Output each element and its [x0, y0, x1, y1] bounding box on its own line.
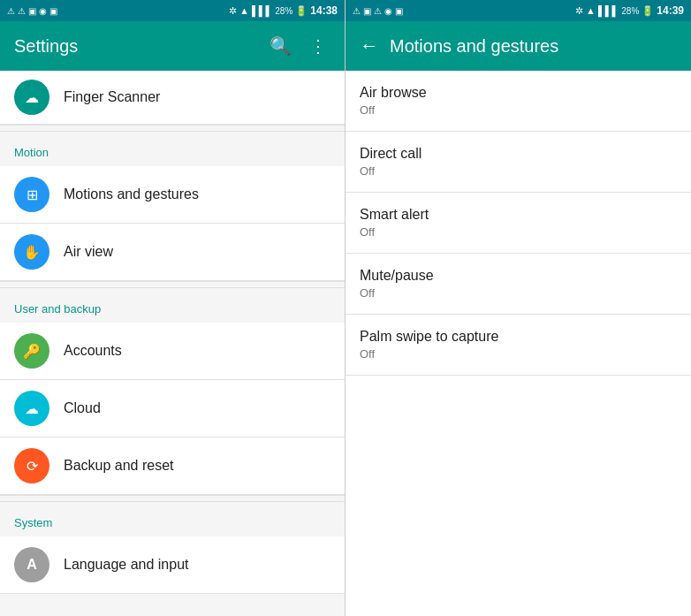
- smart-alert-item[interactable]: Smart alert Off: [346, 193, 691, 254]
- wifi-icon-r: ▲: [586, 5, 596, 16]
- accounts-glyph: 🔑: [23, 343, 41, 360]
- language-text: Language and input: [64, 557, 330, 573]
- motions-text: Motions and gestures: [64, 186, 330, 202]
- motions-label: Motions and gestures: [64, 186, 330, 202]
- language-glyph: A: [27, 557, 37, 573]
- nfc-icon-r: ◉: [384, 6, 392, 16]
- finger-scanner-icon: ☁: [14, 80, 49, 115]
- language-label: Language and input: [64, 557, 330, 573]
- air-browse-title: Air browse: [360, 85, 677, 101]
- warning-icon-2: ⚠: [18, 6, 26, 16]
- finger-scanner-text: Finger Scanner: [64, 89, 330, 105]
- battery-icon: 🔋: [295, 5, 308, 17]
- status-bar-left: ⚠ ⚠ ▣ ◉ ▣ ✲ ▲ ▌▌▌ 28% 🔋 14:38: [0, 0, 345, 21]
- motions-glyph: ⊞: [27, 186, 38, 203]
- radio-icon: ◉: [39, 6, 47, 16]
- cloud-glyph: ☁: [25, 400, 39, 417]
- system-section-header: System: [0, 502, 345, 536]
- status-right-icons-right: ✲ ▲ ▌▌▌ 28% 🔋 14:39: [575, 4, 684, 17]
- air-view-label: Air view: [64, 244, 330, 260]
- right-toolbar: ← Motions and gestures: [346, 21, 691, 71]
- battery-level-r: 28%: [621, 6, 639, 16]
- backup-icon: ⟳: [14, 448, 49, 483]
- air-view-icon: ✋: [14, 234, 49, 270]
- warning-icon-r1: ⚠: [353, 6, 361, 16]
- search-button[interactable]: 🔍: [266, 32, 295, 60]
- monitor-icon: ▣: [28, 6, 36, 16]
- signal-icon-r: ▌▌▌: [598, 5, 619, 16]
- wifi-icon: ▲: [239, 5, 249, 16]
- section-divider-system: [0, 495, 345, 502]
- radio-icon-r: ⚠: [374, 6, 382, 16]
- finger-scanner-item[interactable]: ☁ Finger Scanner: [0, 71, 345, 125]
- cloud-label: Cloud: [64, 400, 330, 416]
- mute-pause-status: Off: [360, 286, 677, 300]
- status-icons-right: ⚠ ▣ ⚠ ◉ ▣: [353, 6, 403, 16]
- direct-call-item[interactable]: Direct call Off: [346, 132, 691, 193]
- warning-icon-1: ⚠: [7, 6, 15, 16]
- monitor-icon-r: ▣: [363, 6, 371, 16]
- language-icon: A: [14, 547, 49, 582]
- finger-scanner-label: Finger Scanner: [64, 89, 330, 105]
- status-icons-left: ⚠ ⚠ ▣ ◉ ▣: [7, 6, 57, 16]
- motions-list: Air browse Off Direct call Off Smart ale…: [346, 71, 691, 616]
- air-view-glyph: ✋: [23, 244, 41, 261]
- nfc-icon-r2: ▣: [395, 6, 403, 16]
- time-left: 14:38: [310, 4, 338, 17]
- bluetooth-icon-r: ✲: [575, 5, 583, 17]
- status-bar-right: ⚠ ▣ ⚠ ◉ ▣ ✲ ▲ ▌▌▌ 28% 🔋 14:39: [346, 0, 691, 21]
- nfc-icon: ▣: [49, 6, 57, 16]
- palm-swipe-title: Palm swipe to capture: [360, 329, 677, 345]
- more-menu-button[interactable]: ⋮: [306, 32, 330, 60]
- air-view-item[interactable]: ✋ Air view: [0, 224, 345, 281]
- accounts-item[interactable]: 🔑 Accounts: [0, 323, 345, 380]
- battery-icon-r: 🔋: [642, 5, 654, 17]
- settings-list: ☁ Finger Scanner Motion ⊞ Motions and ge…: [0, 71, 345, 616]
- backup-text: Backup and reset: [64, 458, 330, 474]
- smart-alert-status: Off: [360, 225, 677, 239]
- language-input-item[interactable]: A Language and input: [0, 536, 345, 594]
- air-browse-status: Off: [360, 103, 677, 117]
- palm-swipe-item[interactable]: Palm swipe to capture Off: [346, 315, 691, 376]
- motion-section-header: Motion: [0, 132, 345, 166]
- cloud-item[interactable]: ☁ Cloud: [0, 380, 345, 437]
- accounts-text: Accounts: [64, 343, 330, 359]
- time-right: 14:39: [657, 4, 684, 17]
- back-button[interactable]: ←: [360, 34, 379, 57]
- motions-gestures-title: Motions and gestures: [390, 36, 677, 57]
- right-panel: ⚠ ▣ ⚠ ◉ ▣ ✲ ▲ ▌▌▌ 28% 🔋 14:39 ← Motions …: [346, 0, 691, 616]
- user-section-header: User and backup: [0, 288, 345, 323]
- mute-pause-title: Mute/pause: [360, 268, 677, 284]
- battery-level: 28%: [275, 6, 292, 16]
- accounts-label: Accounts: [64, 343, 330, 359]
- mute-pause-item[interactable]: Mute/pause Off: [346, 254, 691, 315]
- status-right-icons-left: ✲ ▲ ▌▌▌ 28% 🔋 14:38: [229, 4, 338, 17]
- air-view-text: Air view: [64, 244, 330, 260]
- settings-title: Settings: [14, 36, 255, 57]
- palm-swipe-status: Off: [360, 347, 677, 361]
- direct-call-status: Off: [360, 164, 677, 178]
- backup-label: Backup and reset: [64, 458, 330, 474]
- left-panel: ⚠ ⚠ ▣ ◉ ▣ ✲ ▲ ▌▌▌ 28% 🔋 14:38 Settings 🔍…: [0, 0, 346, 616]
- bluetooth-icon: ✲: [229, 5, 237, 17]
- accounts-icon: 🔑: [14, 333, 49, 369]
- air-browse-item[interactable]: Air browse Off: [346, 71, 691, 132]
- smart-alert-title: Smart alert: [360, 207, 677, 223]
- motions-gestures-item[interactable]: ⊞ Motions and gestures: [0, 166, 345, 224]
- motions-icon: ⊞: [14, 177, 49, 212]
- cloud-icon: ☁: [14, 391, 49, 426]
- cloud-text: Cloud: [64, 400, 330, 416]
- section-divider-motion: [0, 125, 345, 132]
- left-toolbar: Settings 🔍 ⋮: [0, 21, 345, 71]
- section-divider-user: [0, 281, 345, 288]
- backup-glyph: ⟳: [27, 458, 38, 475]
- direct-call-title: Direct call: [360, 146, 677, 162]
- backup-reset-item[interactable]: ⟳ Backup and reset: [0, 437, 345, 495]
- signal-icon: ▌▌▌: [252, 5, 272, 16]
- finger-icon-glyph: ☁: [25, 89, 39, 106]
